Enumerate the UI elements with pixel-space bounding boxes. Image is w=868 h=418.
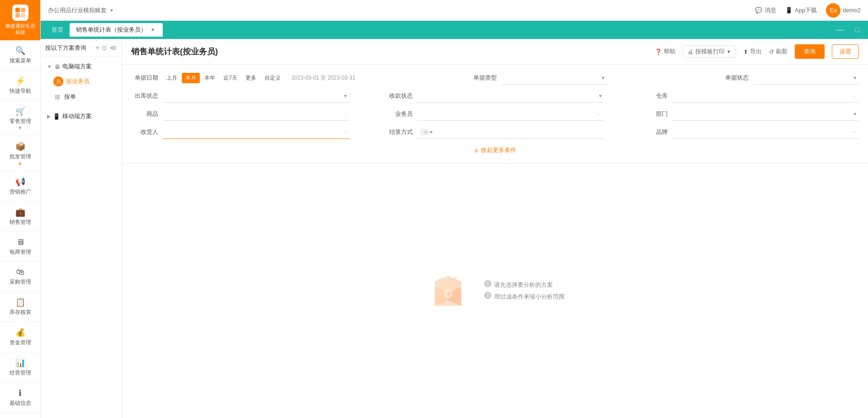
- edit-scheme-button[interactable]: ⊙: [102, 44, 107, 52]
- doc-status-input[interactable]: [756, 74, 854, 81]
- department-input[interactable]: [675, 110, 854, 117]
- empty-tips: 1 请先选择要分析的方案 2 用过滤条件来缩小分析范围: [484, 279, 565, 303]
- marketing-icon: 📢: [15, 177, 25, 187]
- sidebar-item-wholesale[interactable]: 📦 批发管理 ▲: [0, 136, 40, 171]
- tip2-number: 2: [484, 292, 491, 299]
- date-tab-7days[interactable]: 近7天: [220, 73, 241, 83]
- warehouse-filter[interactable]: ···: [672, 89, 859, 103]
- doc-status-label: 单据状态: [717, 74, 749, 82]
- sidebar-item-inventory[interactable]: 📋 库存核算: [0, 292, 40, 322]
- messages-action[interactable]: 💬 消息: [755, 6, 776, 14]
- sidebar-retail-label: 零售管理: [9, 118, 31, 125]
- user-action[interactable]: Ea demo2: [826, 3, 861, 18]
- sales-icon: 💼: [15, 207, 25, 217]
- sidebar-item-purchase[interactable]: 🛍 采购管理: [0, 262, 40, 292]
- order-scheme-icon: ⊞: [53, 93, 61, 101]
- sidebar-inventory-label: 库存核算: [9, 309, 31, 316]
- sidebar-item-operation[interactable]: 📊 经营管理: [0, 352, 40, 383]
- sidebar-item-system[interactable]: ⚙ 系统管理: [0, 413, 40, 418]
- receipt-status-arrow[interactable]: ▾: [599, 93, 602, 99]
- receiver-filter[interactable]: ···: [163, 125, 349, 139]
- brand-input[interactable]: [675, 128, 851, 135]
- salesperson-more[interactable]: ···: [597, 110, 602, 117]
- tab-home[interactable]: 首页: [45, 23, 70, 37]
- receiver-input[interactable]: [165, 128, 342, 135]
- phone-icon: 📱: [785, 7, 793, 14]
- help-button[interactable]: ❓ 帮助: [655, 48, 675, 56]
- tab-bar-right: — □: [834, 24, 863, 36]
- out-status-input[interactable]: [165, 92, 344, 99]
- brand-filter[interactable]: ···: [672, 125, 859, 139]
- date-tab-this-month[interactable]: 本月: [182, 73, 200, 83]
- collapse-button[interactable]: ∧ 收起更多条件: [131, 143, 859, 157]
- doc-status-filter[interactable]: ▾: [753, 71, 859, 85]
- warehouse-input[interactable]: [675, 92, 851, 99]
- mobile-scheme-icon: 📱: [53, 113, 60, 120]
- receipt-status-input[interactable]: [420, 92, 599, 99]
- sidebar-item-sales[interactable]: 💼 销售管理: [0, 202, 40, 232]
- app-download-label: App下载: [795, 6, 817, 14]
- sidebar-item-quicknav[interactable]: ⚡ 快捷导航: [0, 71, 40, 101]
- department-arrow[interactable]: ▾: [854, 111, 856, 117]
- doc-type-input[interactable]: [504, 74, 602, 81]
- retail-icon: 🛒: [15, 106, 25, 116]
- salesperson-label: 业务员: [386, 110, 413, 118]
- product-input[interactable]: [165, 110, 342, 117]
- refresh-button[interactable]: ↺ 刷新: [769, 48, 788, 56]
- svg-point-10: [454, 276, 457, 279]
- pc-scheme-group-header[interactable]: ▼ 🖥 电脑端方案: [41, 60, 122, 73]
- sidebar-item-marketing[interactable]: 📢 营销推广: [0, 171, 40, 202]
- doc-type-filter[interactable]: ▾: [501, 71, 607, 85]
- date-tab-this-year[interactable]: 本年: [201, 73, 219, 83]
- add-scheme-button[interactable]: +: [95, 44, 99, 52]
- app-download-action[interactable]: 📱 App下载: [785, 6, 817, 14]
- operation-icon: 📊: [15, 358, 25, 368]
- product-more[interactable]: ···: [342, 110, 347, 117]
- sidebar-item-search[interactable]: 🔍 搜索菜单: [0, 40, 40, 71]
- sidebar-item-basic[interactable]: ℹ 基础信息: [0, 383, 40, 413]
- query-button[interactable]: 查询: [795, 44, 825, 59]
- receiver-more[interactable]: ···: [342, 128, 347, 135]
- salesperson-input[interactable]: [420, 110, 596, 117]
- content-area: 按以下方案查询 + ⊙ ≪ ▼ 🖥 电脑端方案 员 按业务员: [41, 39, 868, 418]
- sidebar-operation-label: 经营管理: [9, 369, 31, 377]
- help-label: 帮助: [664, 48, 675, 56]
- export-button[interactable]: ⬆ 导出: [743, 48, 762, 56]
- page-title: 销售单统计表(按业务员): [131, 46, 218, 62]
- product-filter[interactable]: ···: [163, 107, 349, 121]
- salesperson-filter[interactable]: ···: [417, 107, 604, 121]
- tab-minimize-button[interactable]: —: [834, 24, 846, 36]
- date-tab-last-month[interactable]: 上月: [163, 73, 181, 83]
- scheme-item-salesperson[interactable]: 员 按业务员: [41, 73, 122, 90]
- sidebar-marketing-label: 营销推广: [9, 188, 31, 196]
- brand-more[interactable]: ···: [851, 128, 856, 135]
- tab-active[interactable]: 销售单统计表（按业务员） ×: [70, 23, 163, 37]
- date-tab-custom[interactable]: 自定义: [261, 73, 284, 83]
- settings-button[interactable]: 设置: [832, 44, 859, 59]
- sidebar-item-finance[interactable]: 💰 资金管理: [0, 322, 40, 352]
- sidebar-logo[interactable]: 畅捷通好生意 标版: [0, 0, 41, 40]
- warehouse-more[interactable]: ···: [851, 92, 856, 99]
- tip1-number: 1: [484, 280, 491, 287]
- export-icon: ⬆: [743, 48, 748, 55]
- department-filter[interactable]: ▾: [672, 107, 859, 121]
- doc-status-arrow[interactable]: ▾: [854, 75, 856, 81]
- sidebar-item-ecommerce[interactable]: 🖥 电商管理: [0, 232, 40, 262]
- pc-scheme-group: ▼ 🖥 电脑端方案 员 按业务员 ⊞ 按单: [41, 57, 122, 107]
- mobile-scheme-group-header[interactable]: ▶ 📱 移动端方案: [41, 109, 122, 123]
- sidebar-item-retail[interactable]: 🛒 零售管理 ▼: [0, 101, 40, 136]
- date-tab-more[interactable]: 更多: [242, 73, 260, 83]
- tab-maximize-button[interactable]: □: [851, 24, 863, 36]
- print-button[interactable]: 🖨 按模板打印 ▼: [683, 45, 736, 58]
- scheme-item-order[interactable]: ⊞ 按单: [41, 90, 122, 104]
- finance-icon: 💰: [15, 328, 25, 337]
- settlement-arrow[interactable]: ▾: [430, 129, 433, 135]
- out-status-arrow[interactable]: ▾: [344, 93, 347, 99]
- tab-close-button[interactable]: ×: [149, 26, 156, 33]
- settlement-tag-close[interactable]: ×: [424, 129, 427, 135]
- collapse-panel-button[interactable]: ≪: [109, 43, 117, 52]
- out-status-filter[interactable]: ▾: [163, 89, 349, 103]
- receipt-status-filter[interactable]: ▾: [417, 89, 604, 103]
- settlement-filter[interactable]: × ▾: [417, 125, 604, 139]
- doc-type-arrow[interactable]: ▾: [602, 75, 604, 81]
